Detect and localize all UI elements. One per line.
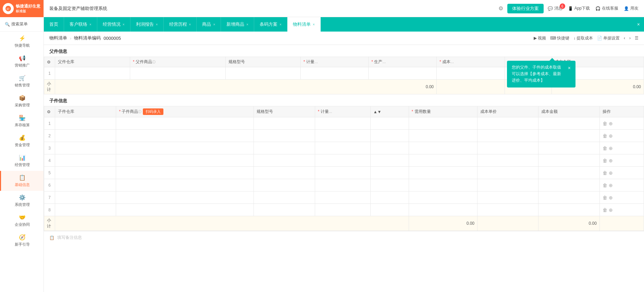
- child-row-6-goods[interactable]: [116, 179, 254, 191]
- parent-row-1-goods[interactable]: [130, 67, 225, 80]
- sidebar-item-operation[interactable]: 📊 经营管理: [0, 151, 44, 171]
- shortcut-action[interactable]: ⌨ 快捷键: [550, 35, 569, 41]
- child-row-2-warehouse[interactable]: [55, 130, 116, 142]
- child-row-4-cost-price[interactable]: [478, 154, 538, 167]
- parent-col-settings[interactable]: ⚙: [44, 57, 55, 67]
- breadcrumb-item-1[interactable]: 物料清单: [49, 35, 67, 41]
- child-row-4-goods[interactable]: [116, 154, 254, 167]
- sidebar-item-guide[interactable]: 🧭 新手引导: [0, 231, 44, 250]
- child-row-6-warehouse[interactable]: [55, 179, 116, 191]
- child-row-2-copy-icon[interactable]: ⊕: [609, 133, 613, 139]
- child-row-2-cost-price[interactable]: [478, 130, 538, 142]
- child-row-5-cost-price[interactable]: [478, 167, 538, 179]
- child-row-2-spec[interactable]: [254, 130, 315, 142]
- child-row-1-delete-icon[interactable]: 🗑: [603, 121, 607, 126]
- sidebar-item-inventory[interactable]: 🏪 库存核算: [0, 111, 44, 131]
- child-row-6-spec[interactable]: [254, 179, 315, 191]
- close-all-tabs[interactable]: ×: [633, 22, 644, 27]
- child-row-6-qty-unit[interactable]: [315, 179, 370, 191]
- child-row-4-delete-icon[interactable]: 🗑: [603, 158, 607, 163]
- child-row-8-delete-icon[interactable]: 🗑: [603, 207, 607, 213]
- parent-row-1-warehouse[interactable]: [55, 67, 130, 80]
- parent-row-1-qty-unit[interactable]: [300, 67, 369, 80]
- child-row-7-qty-unit[interactable]: [315, 191, 370, 204]
- child-row-2-need-qty[interactable]: [409, 130, 477, 142]
- nav-prev[interactable]: ‹: [624, 36, 625, 40]
- child-row-4-warehouse[interactable]: [55, 154, 116, 167]
- sidebar-item-sales[interactable]: 🛒 销售管理: [0, 71, 44, 91]
- child-row-6-cost-price[interactable]: [478, 179, 538, 191]
- sidebar-item-finance[interactable]: 💰 资金管理: [0, 131, 44, 151]
- sidebar-item-purchase[interactable]: 📦 采购管理: [0, 91, 44, 111]
- sidebar-item-quick-nav[interactable]: ⚡ 快捷导航: [0, 32, 44, 51]
- child-row-4-qty-unit[interactable]: [315, 154, 370, 167]
- child-row-1-spec[interactable]: [254, 117, 315, 130]
- child-row-2-qty-unit[interactable]: [315, 130, 370, 142]
- tab-history[interactable]: 经营历程 ×: [164, 17, 197, 32]
- child-row-8-qty-unit[interactable]: [315, 204, 370, 216]
- child-row-2-delete-icon[interactable]: 🗑: [603, 133, 607, 139]
- child-row-8-cost-price[interactable]: [478, 204, 538, 216]
- sidebar-item-enterprise[interactable]: 🤝 企业协同: [0, 211, 44, 231]
- child-row-4-copy-icon[interactable]: ⊕: [609, 158, 613, 163]
- scan-input-button[interactable]: 扫码录入: [143, 108, 163, 115]
- child-row-5-copy-icon[interactable]: ⊕: [609, 170, 613, 176]
- tab-goods-close[interactable]: ×: [213, 23, 215, 26]
- app-download-item[interactable]: 📱 App下载: [568, 5, 590, 11]
- sidebar-item-system[interactable]: ⚙️ 系统管理: [0, 191, 44, 211]
- note-hint[interactable]: 填写备注信息: [57, 235, 82, 241]
- child-row-1-qty-unit[interactable]: [315, 117, 370, 130]
- tab-goods[interactable]: 商品 ×: [197, 17, 221, 32]
- child-row-7-copy-icon[interactable]: ⊕: [609, 195, 613, 200]
- child-row-3-goods[interactable]: [116, 142, 254, 154]
- child-row-5-warehouse[interactable]: [55, 167, 116, 179]
- child-row-8-warehouse[interactable]: [55, 204, 116, 216]
- tooltip-close-button[interactable]: ×: [568, 64, 571, 72]
- nav-next[interactable]: ›: [629, 36, 631, 40]
- child-row-3-spec[interactable]: [254, 142, 315, 154]
- child-row-1-warehouse[interactable]: [55, 117, 116, 130]
- tab-bom-close[interactable]: ×: [313, 23, 315, 26]
- tab-history-close[interactable]: ×: [189, 23, 191, 26]
- voucher-settings-action[interactable]: 📄 单据设置: [597, 35, 620, 41]
- child-row-3-warehouse[interactable]: [55, 142, 116, 154]
- child-row-3-delete-icon[interactable]: 🗑: [603, 145, 607, 151]
- tab-customer[interactable]: 客户联络 ×: [64, 17, 97, 32]
- child-row-7-warehouse[interactable]: [55, 191, 116, 204]
- child-row-3-need-qty[interactable]: [409, 142, 477, 154]
- user-item[interactable]: 👤 用友: [624, 5, 639, 11]
- tab-barcode[interactable]: 条码方案 ×: [254, 17, 287, 32]
- online-service-item[interactable]: 🎧 在线客服: [595, 5, 618, 11]
- child-row-6-need-qty[interactable]: [409, 179, 477, 191]
- child-row-7-spec[interactable]: [254, 191, 315, 204]
- child-row-7-need-qty[interactable]: [409, 191, 477, 204]
- child-row-4-spec[interactable]: [254, 154, 315, 167]
- message-icon-item[interactable]: 💬 消息 6: [548, 5, 562, 11]
- sidebar-item-marketing[interactable]: 📢 营销推广: [0, 51, 44, 71]
- tab-barcode-close[interactable]: ×: [280, 23, 282, 26]
- child-row-7-cost-price[interactable]: [478, 191, 538, 204]
- sidebar-search-area[interactable]: 🔍 搜索菜单: [0, 17, 44, 32]
- list-view-icon[interactable]: ☰: [635, 36, 639, 40]
- child-row-4-need-qty[interactable]: [409, 154, 477, 167]
- parent-row-1-cost[interactable]: [436, 67, 505, 80]
- tab-operation-status[interactable]: 经营情况 ×: [97, 17, 131, 32]
- child-row-8-copy-icon[interactable]: ⊕: [609, 207, 613, 213]
- child-row-6-copy-icon[interactable]: ⊕: [609, 183, 613, 188]
- child-row-1-cost-price[interactable]: [478, 117, 538, 130]
- tab-new-goods[interactable]: 新增商品 ×: [221, 17, 254, 32]
- child-row-3-cost-price[interactable]: [478, 142, 538, 154]
- child-row-5-goods[interactable]: [116, 167, 254, 179]
- gear-button[interactable]: ⚙: [498, 5, 503, 12]
- child-row-8-spec[interactable]: [254, 204, 315, 216]
- child-row-1-copy-icon[interactable]: ⊕: [609, 121, 613, 126]
- trial-button[interactable]: 体验行业方案: [507, 4, 544, 13]
- child-row-1-need-qty[interactable]: [409, 117, 477, 130]
- tab-bom[interactable]: 物料清单 ×: [287, 17, 321, 32]
- child-row-5-qty-unit[interactable]: [315, 167, 370, 179]
- child-row-8-goods[interactable]: [116, 204, 254, 216]
- child-row-2-goods[interactable]: [116, 130, 254, 142]
- child-row-8-need-qty[interactable]: [409, 204, 477, 216]
- parent-row-1-produce[interactable]: [369, 67, 437, 80]
- child-row-7-delete-icon[interactable]: 🗑: [603, 195, 607, 200]
